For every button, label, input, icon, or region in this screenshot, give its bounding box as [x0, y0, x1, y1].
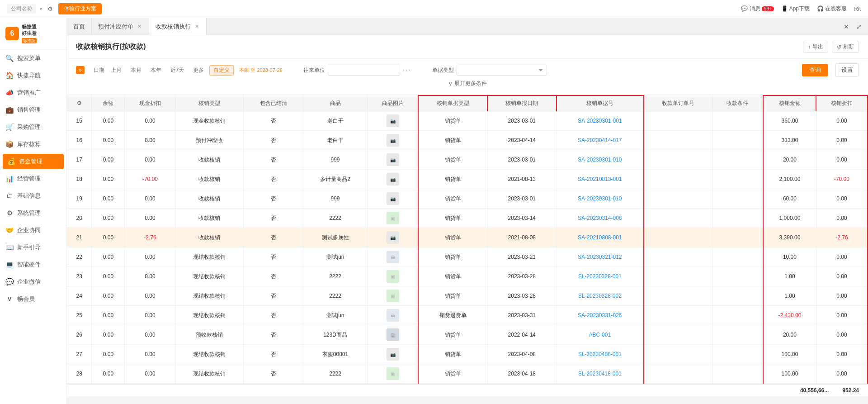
- last-month-btn[interactable]: 上月: [107, 65, 125, 76]
- cell-goods-img: ▣: [368, 267, 419, 286]
- voucher-no-link[interactable]: SA-20230414-017: [578, 137, 622, 143]
- app-download[interactable]: 📱 App下载: [781, 5, 810, 13]
- sidebar-item-marketing[interactable]: 📣 营销推广: [0, 84, 66, 101]
- settings-btn[interactable]: 设置: [835, 63, 859, 77]
- cell-goods: 2222: [303, 267, 367, 286]
- cell-verify-discount: 0.00: [816, 111, 868, 131]
- goods-image: 📷: [387, 153, 399, 166]
- sidebar-item-finance-label: 资金管理: [19, 157, 42, 166]
- cell-no: 25: [67, 306, 92, 325]
- col-verify-amount: 核销金额: [763, 95, 816, 111]
- tab-receipt-verify-close[interactable]: ✕: [193, 24, 200, 30]
- cell-verify-voucher-date: 2023-04-14: [487, 131, 557, 150]
- sidebar-item-search-label: 搜索菜单: [17, 54, 41, 62]
- tab-receipt-verify[interactable]: 收款核销执行 ✕: [149, 18, 207, 35]
- cell-verify-type: 收款核销: [175, 150, 244, 170]
- sidebar-item-member[interactable]: V 畅会员: [0, 290, 66, 308]
- voucher-type-select[interactable]: [457, 65, 547, 76]
- sidebar-item-hardware[interactable]: 💻 智能硬件: [0, 256, 66, 273]
- voucher-no-link[interactable]: SA-20230314-008: [578, 215, 622, 221]
- sidebar-item-inventory[interactable]: 📦 库存核算: [0, 136, 66, 153]
- voucher-no-link[interactable]: SA-20230331-026: [578, 312, 622, 318]
- sidebar-item-system[interactable]: ⚙ 系统管理: [0, 204, 66, 222]
- voucher-no-link[interactable]: SL-20230408-001: [578, 351, 622, 357]
- voucher-no-link[interactable]: SA-20230301-010: [578, 157, 622, 163]
- table-row: 22 0.00 0.00 现结收款核销 否 测试jun 🏔 销货单 2023-0…: [67, 247, 868, 267]
- tab-prepay[interactable]: 预付冲应付单 ✕: [92, 18, 149, 35]
- voucher-no-link[interactable]: SL-20230418-001: [578, 371, 622, 377]
- cell-goods-img: ▣: [368, 209, 419, 228]
- voucher-no-link[interactable]: SA-20230301-010: [578, 195, 622, 202]
- voucher-no-link[interactable]: SL-20230328-002: [578, 293, 622, 299]
- sidebar-item-guide[interactable]: 📖 新手引导: [0, 239, 66, 256]
- refresh-btn[interactable]: ↺ 刷新: [832, 41, 859, 53]
- col-receipt-order-no: 收款单订单号: [644, 95, 712, 111]
- table-row: 18 0.00 -70.00 收款核销 否 多计量商品2 📷 销货单 2021-…: [67, 170, 868, 189]
- cell-verify-voucher-no: SA-20230331-026: [557, 306, 644, 325]
- sidebar-item-operation[interactable]: 📊 经营管理: [0, 170, 66, 187]
- export-btn[interactable]: ↑ 导出: [803, 41, 828, 53]
- custom-btn[interactable]: 自定义: [209, 65, 234, 76]
- this-year-btn[interactable]: 本年: [147, 65, 165, 76]
- top-bar: 公司名称 ▾ ⚙ 休验行业方案 💬 消息 99+ 📱 App下载 🎧 在线客服 …: [0, 0, 868, 18]
- tab-prepay-close[interactable]: ✕: [136, 24, 142, 30]
- expand-arrow[interactable]: »: [76, 66, 85, 74]
- cell-verify-voucher-type: 销货单: [418, 150, 487, 170]
- cell-verify-discount: 0.00: [816, 189, 868, 209]
- cell-cash-discount: 0.00: [125, 267, 175, 286]
- last7days-btn[interactable]: 近7天: [167, 65, 188, 76]
- company-dropdown-icon[interactable]: ▾: [40, 6, 42, 11]
- this-month-btn[interactable]: 本月: [127, 65, 145, 76]
- message-area[interactable]: 💬 消息 99+: [741, 5, 774, 13]
- sidebar-item-marketing-label: 营销推广: [17, 89, 41, 97]
- sidebar-item-sales[interactable]: 💼 销售管理: [0, 101, 66, 119]
- voucher-no-link[interactable]: ABC-001: [589, 332, 611, 338]
- cell-cash-discount: -2.76: [125, 228, 175, 247]
- expand-more-btn[interactable]: ∨ 展开更多条件: [448, 80, 487, 87]
- tab-maximize-btn[interactable]: ⤢: [854, 21, 864, 32]
- query-btn[interactable]: 查询: [802, 64, 828, 76]
- voucher-no-link[interactable]: SA-20210813-001: [578, 176, 622, 182]
- cell-balance: 0.00: [92, 306, 125, 325]
- tab-home[interactable]: 首页: [67, 18, 92, 35]
- sidebar-item-search[interactable]: 🔍 搜索菜单: [0, 50, 66, 67]
- cell-verify-voucher-no: ABC-001: [557, 325, 644, 345]
- page-title: 收款核销执行(按收款): [76, 42, 146, 52]
- settings-icon[interactable]: ⚙: [46, 5, 55, 14]
- cell-verify-voucher-type: 销货单: [418, 325, 487, 345]
- voucher-no-link[interactable]: SA-20230301-001: [578, 118, 622, 124]
- col-verify-voucher-no: 核销单据号: [557, 95, 644, 111]
- industry-btn[interactable]: 休验行业方案: [58, 3, 102, 14]
- filter-dots[interactable]: ···: [403, 66, 411, 74]
- user-name[interactable]: Rit: [854, 6, 861, 12]
- cell-verify-voucher-no: SA-20230414-017: [557, 131, 644, 150]
- cell-verify-amount: -2,430.00: [763, 306, 816, 325]
- cell-receipt-order-no: [644, 209, 712, 228]
- sidebar-item-wechat[interactable]: 💬 企业微信: [0, 273, 66, 290]
- sidebar-item-purchase[interactable]: 🛒 采购管理: [0, 119, 66, 136]
- company-input[interactable]: [328, 65, 400, 76]
- cell-include-settled: 否: [244, 345, 303, 364]
- sidebar-item-quick-nav[interactable]: 🏠 快捷导航: [0, 67, 66, 84]
- cell-verify-type: 预收款核销: [175, 325, 244, 345]
- company-label: 往来单位: [303, 67, 325, 74]
- refresh-icon: ↺: [837, 44, 841, 50]
- online-service[interactable]: 🎧 在线客服: [817, 5, 847, 13]
- data-table: ⚙ 余额 现金折扣 核销类型 包含已结清 商品 商品图片 核销单据类型 核销单报…: [67, 95, 868, 384]
- cell-goods-img: 🏢: [368, 325, 419, 345]
- company-selector[interactable]: 公司名称: [7, 4, 36, 14]
- sidebar-item-basic-info[interactable]: 🗂 基础信息: [0, 187, 66, 204]
- col-settings[interactable]: ⚙: [67, 95, 92, 111]
- tab-close-btn[interactable]: ✕: [841, 21, 852, 32]
- cell-verify-discount: 0.00: [816, 267, 868, 286]
- cell-goods: 老白干: [303, 111, 367, 131]
- sidebar-item-enterprise[interactable]: 🤝 企业协同: [0, 222, 66, 239]
- goods-image: 🏔: [387, 251, 399, 263]
- voucher-no-link[interactable]: SL-20230328-001: [578, 273, 622, 280]
- more-btn[interactable]: 更多: [189, 65, 208, 76]
- cell-goods: 999: [303, 189, 367, 209]
- voucher-no-link[interactable]: SA-20210808-001: [578, 234, 622, 241]
- cell-no: 18: [67, 170, 92, 189]
- sidebar-item-finance[interactable]: 💰 资金管理: [3, 154, 64, 169]
- voucher-no-link[interactable]: SA-20230321-012: [578, 254, 622, 260]
